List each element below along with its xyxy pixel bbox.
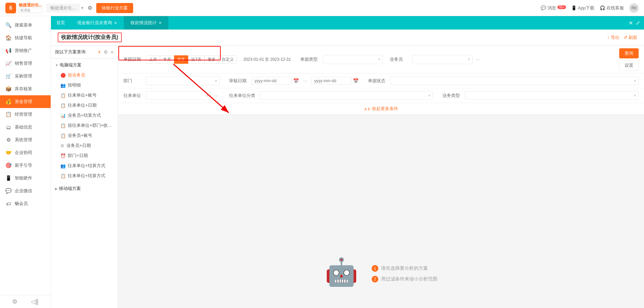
scheme-item-counterpart-account[interactable]: 📋 往来单位+账号	[51, 90, 118, 100]
sidebar-item-search[interactable]: 🔍 搜索菜单	[0, 19, 51, 32]
scheme-group-desktop-header[interactable]: ▼ 电脑端方案	[51, 60, 118, 70]
counterpart-cat-select[interactable]	[259, 91, 433, 100]
scheme-item-dd-label: 部门+日期	[68, 153, 88, 159]
trial-button[interactable]: 体验行业方案	[96, 3, 133, 13]
tab-expand-icon[interactable]: ⤢	[636, 20, 640, 26]
date-tabs-group: 上月 本月 本年 近7天 更多 自定义	[146, 55, 237, 64]
doc-status-select[interactable]	[390, 76, 639, 85]
salesman-select-wrap	[412, 55, 473, 64]
counterpart-cat-select-wrap	[259, 91, 433, 100]
collapse-label: 收起更多条件	[372, 106, 398, 112]
sidebar-item-member[interactable]: 🏷 畅会员	[0, 197, 51, 210]
sidebar-item-operations[interactable]: 📋 经营管理	[0, 108, 51, 121]
sidebar-item-basic-info[interactable]: 🗂 基础信息	[0, 121, 51, 134]
sidebar-item-hardware[interactable]: 📱 智能硬件	[0, 172, 51, 185]
download-icon: 📱	[571, 5, 577, 10]
date-tab-7days[interactable]: 近7天	[188, 55, 205, 64]
counterpart-select-wrap	[146, 91, 211, 100]
counterpart-select[interactable]	[146, 91, 211, 100]
scheme-item-detail[interactable]: 👥 按明细	[51, 80, 118, 90]
scheme-header: 按以下方案查询 + ⚙ «	[51, 46, 118, 59]
scheme-item-cp-settle2[interactable]: 📋 往来单位+结算方式	[51, 171, 118, 181]
app-download-action[interactable]: 📱 App下载	[571, 5, 594, 11]
content-area: 首页 现金银行流水查询 ✕ 收款情况统计 ✕ ✕ ⤢ 收款情况统计(按业务员) …	[51, 16, 644, 308]
salesman-more-button[interactable]: ···	[474, 55, 481, 64]
tab-receipts-close[interactable]: ✕	[159, 21, 162, 25]
refresh-action[interactable]: ↺ 刷新	[624, 35, 637, 41]
scheme-group-mobile-header[interactable]: ▶ 移动端方案	[51, 184, 118, 194]
online-service-action[interactable]: 🎧 在线客服	[600, 5, 624, 11]
scheme-item-cp-settle1[interactable]: 👥 往来单位+结算方式	[51, 161, 118, 171]
tab-receipts-label: 收款情况统计	[130, 20, 157, 26]
wechat-icon: 💬	[5, 188, 11, 194]
sidebar-item-wechat[interactable]: 💬 企业微信	[0, 185, 51, 197]
query-button[interactable]: 查询	[619, 48, 639, 58]
scheme-add-button[interactable]: +	[98, 49, 101, 55]
tab-bank-flow[interactable]: 现金银行流水查询 ✕	[70, 16, 124, 30]
scheme-item-sd-icon: ⚙	[60, 143, 64, 148]
scheme-item-salesman-date[interactable]: ⚙ 业务员+日期	[51, 141, 118, 151]
operations-icon: 📋	[5, 111, 11, 117]
scheme-item-counterpart-date[interactable]: 📋 往来单位+日期	[51, 100, 118, 110]
scheme-gear-button[interactable]: ⚙	[104, 49, 108, 55]
sidebar-item-finance[interactable]: 💰 资金管理	[0, 95, 51, 108]
settings-gear-icon[interactable]: ⚙	[88, 5, 92, 11]
date-tab-thisyear[interactable]: 本年	[174, 55, 188, 64]
tab-bank-flow-close[interactable]: ✕	[114, 21, 117, 25]
doc-type-select-wrap	[323, 55, 383, 64]
scheme-item-by-salesman[interactable]: 🔴 按业务员	[51, 70, 118, 80]
sidebar-item-system[interactable]: ⚙ 系统管理	[0, 134, 51, 146]
scheme-item-counterpart-dept[interactable]: 📋 按往来单位+部门+收...	[51, 120, 118, 131]
sales-icon: 📈	[5, 60, 11, 66]
date-tab-lastmonth[interactable]: 上月	[146, 55, 160, 64]
scheme-item-cd-label: 按往来单位+部门+收...	[68, 122, 111, 129]
scheme-item-salesman-settle[interactable]: 📊 业务员+结算方式	[51, 110, 118, 120]
sidebar-item-sales[interactable]: 📈 销售管理	[0, 57, 51, 70]
mobile-group-label: 移动端方案	[59, 186, 81, 192]
dept-select-wrap	[146, 76, 220, 85]
company-dropdown-icon[interactable]: ▾	[81, 5, 84, 10]
scheme-item-dept-date[interactable]: ⏰ 部门+日期	[51, 151, 118, 161]
date-tab-more[interactable]: 更多	[205, 55, 219, 64]
tip-num-2: 2	[372, 276, 378, 283]
user-avatar[interactable]: Rit	[629, 3, 639, 13]
tab-bank-flow-label: 现金银行流水查询	[77, 20, 112, 26]
biz-type-label: 业务类型	[442, 93, 461, 99]
review-date-from-input[interactable]	[252, 77, 292, 85]
sidebar-item-marketing[interactable]: 📢 营销推广	[0, 44, 51, 57]
tab-home[interactable]: 首页	[51, 16, 70, 30]
sidebar-collapse-icon[interactable]: ◁‖	[31, 298, 39, 305]
messages-action[interactable]: 💬 消息 99+	[541, 5, 566, 11]
logo-area: 6 畅捷通好生... 标准版	[5, 3, 42, 13]
export-action[interactable]: ↑ 导出	[607, 35, 620, 41]
sidebar-settings-icon[interactable]: ⚙	[12, 298, 17, 305]
collapse-button[interactable]: ∧∧ 收起更多条件	[364, 106, 398, 112]
date-tab-custom[interactable]: 自定义	[219, 55, 237, 64]
scheme-item-cd-icon: 📋	[60, 123, 66, 128]
sidebar-item-guide[interactable]: 🎯 新手引导	[0, 159, 51, 172]
salesman-select[interactable]	[412, 55, 473, 64]
review-date-from-calendar-icon[interactable]: 📅	[293, 78, 299, 84]
sidebar-item-nav[interactable]: 🏠 快捷导航	[0, 32, 51, 44]
desktop-group-label: 电脑端方案	[60, 62, 82, 68]
sidebar-item-collab[interactable]: 🤝 企业协同	[0, 146, 51, 159]
settings-button[interactable]: 设置	[619, 60, 639, 70]
doc-status-label: 单据状态	[368, 78, 386, 84]
company-selector[interactable]: 畅捷通好生... ▾	[46, 4, 84, 12]
dept-select[interactable]	[146, 76, 220, 85]
scheme-item-cps1-label: 往来单位+结算方式	[68, 163, 105, 169]
review-date-to-input[interactable]	[311, 77, 352, 85]
doc-type-select[interactable]	[323, 55, 383, 64]
sidebar-item-inventory[interactable]: 📦 库存核算	[0, 83, 51, 95]
scheme-collapse-button[interactable]: «	[111, 49, 114, 55]
tab-close-all-icon[interactable]: ✕	[629, 20, 633, 26]
tab-receipts[interactable]: 收款情况统计 ✕	[124, 16, 168, 30]
date-tab-thismonth[interactable]: 本月	[160, 55, 174, 64]
app-logo-icon: 6	[5, 3, 16, 13]
counterpart-more-button[interactable]: ···	[212, 91, 220, 100]
scheme-item-cpd-icon: 📋	[60, 103, 66, 108]
review-date-to-calendar-icon[interactable]: 📅	[353, 78, 359, 84]
scheme-item-salesman-account[interactable]: 📋 业务员+账号	[51, 131, 118, 141]
biz-type-select[interactable]	[465, 91, 639, 100]
sidebar-item-purchase[interactable]: 🛒 采购管理	[0, 70, 51, 83]
